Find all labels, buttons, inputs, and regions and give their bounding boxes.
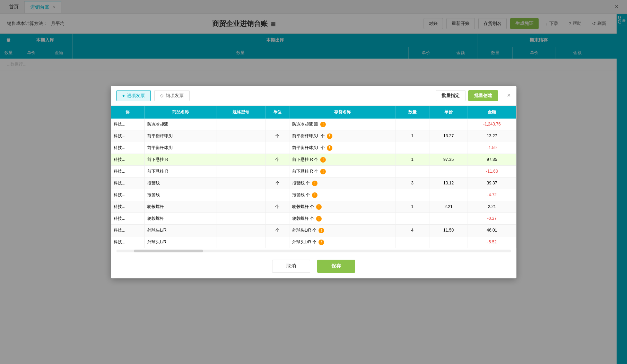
table-row: 科技...轮毂螺杆个轮毂螺杆 个!12.212.21 bbox=[111, 201, 516, 213]
warn-icon: ! bbox=[319, 228, 324, 233]
warn-icon: ! bbox=[312, 192, 317, 198]
invoice-dialog: ● 进项发票 ◇ 销项发票 批量指定 批量创建 × 你 bbox=[111, 86, 516, 278]
stock-name: 前下悬挂 R 个 bbox=[292, 157, 318, 162]
col-stock-name: 存货名称 bbox=[289, 106, 395, 119]
stock-name: 轮毂螺杆 个 bbox=[292, 216, 314, 221]
warn-icon: ! bbox=[320, 169, 326, 174]
col-unit-price: 单价 bbox=[429, 106, 468, 119]
col-supplier: 你 bbox=[111, 106, 145, 119]
warn-icon: ! bbox=[320, 122, 326, 127]
dialog-footer: 取消 保存 bbox=[111, 254, 516, 278]
table-row: 科技...外球头L/R外球头L/R 个!-5.52 bbox=[111, 236, 516, 248]
dialog-header: ● 进项发票 ◇ 销项发票 批量指定 批量创建 × bbox=[111, 86, 516, 106]
stock-name: 前平衡杆球头L 个 bbox=[292, 133, 325, 138]
stock-name: 外球头L/R 个 bbox=[292, 228, 316, 233]
incoming-invoice-icon: ● bbox=[122, 93, 125, 98]
table-row: 科技...外球头L/R个外球头L/R 个!411.5046.01 bbox=[111, 224, 516, 236]
col-quantity: 数量 bbox=[395, 106, 429, 119]
batch-assign-button[interactable]: 批量指定 bbox=[436, 90, 465, 101]
table-row: 科技...轮毂螺杆轮毂螺杆 个!-0.27 bbox=[111, 213, 516, 224]
stock-name: 防冻冷却液 瓶 bbox=[292, 122, 318, 127]
warn-icon: ! bbox=[319, 240, 324, 245]
warn-icon: ! bbox=[316, 204, 322, 210]
dialog-scrollbar-thumb[interactable] bbox=[134, 250, 203, 252]
tab-outgoing-invoice[interactable]: ◇ 销项发票 bbox=[154, 90, 190, 101]
dialog-overlay: ● 进项发票 ◇ 销项发票 批量指定 批量创建 × 你 bbox=[0, 14, 627, 364]
tab-incoming-invoice[interactable]: ● 进项发票 bbox=[116, 90, 151, 101]
warn-icon: ! bbox=[327, 133, 332, 139]
table-row: 科技...前下悬挂 R个前下悬挂 R 个!197.3597.35 bbox=[111, 154, 516, 165]
stock-name: 报警线 个 bbox=[292, 192, 310, 197]
col-unit: 单位 bbox=[265, 106, 289, 119]
stock-name: 前平衡杆球头L 个 bbox=[292, 145, 325, 150]
dialog-table: 你 商品名称 规格型号 单位 存货名称 数量 单价 金额 科技...防冻冷却液防… bbox=[111, 106, 516, 248]
dialog-close-button[interactable]: × bbox=[507, 92, 511, 99]
table-row: 科技...前平衡杆球头L前平衡杆球头L 个!-1.59 bbox=[111, 142, 516, 154]
col-product-name: 商品名称 bbox=[145, 106, 217, 119]
stock-name: 前下悬挂 R 个 bbox=[292, 169, 318, 174]
batch-create-button[interactable]: 批量创建 bbox=[468, 90, 498, 101]
table-row: 科技...前下悬挂 R前下悬挂 R 个!-11.68 bbox=[111, 165, 516, 177]
dialog-header-actions: 批量指定 批量创建 bbox=[436, 90, 498, 101]
table-row: 科技...前平衡杆球头L个前平衡杆球头L 个!113.2713.27 bbox=[111, 130, 516, 142]
col-amount: 金额 bbox=[468, 106, 516, 119]
warn-icon: ! bbox=[312, 181, 317, 186]
cancel-button[interactable]: 取消 bbox=[272, 260, 310, 273]
warn-icon: ! bbox=[316, 216, 322, 222]
table-row: 科技...报警线报警线 个!-4.72 bbox=[111, 189, 516, 201]
warn-icon: ! bbox=[327, 145, 332, 151]
dialog-scrollbar[interactable] bbox=[116, 250, 511, 252]
table-row: 科技...防冻冷却液防冻冷却液 瓶!-1,243.76 bbox=[111, 119, 516, 130]
stock-name: 外球头L/R 个 bbox=[292, 240, 316, 244]
outgoing-invoice-icon: ◇ bbox=[160, 93, 164, 98]
col-spec: 规格型号 bbox=[217, 106, 265, 119]
stock-name: 轮毂螺杆 个 bbox=[292, 204, 314, 209]
warn-icon: ! bbox=[320, 157, 326, 163]
save-button[interactable]: 保存 bbox=[317, 260, 355, 273]
stock-name: 报警线 个 bbox=[292, 181, 310, 185]
table-row: 科技...报警线个报警线 个!313.1239.37 bbox=[111, 177, 516, 189]
